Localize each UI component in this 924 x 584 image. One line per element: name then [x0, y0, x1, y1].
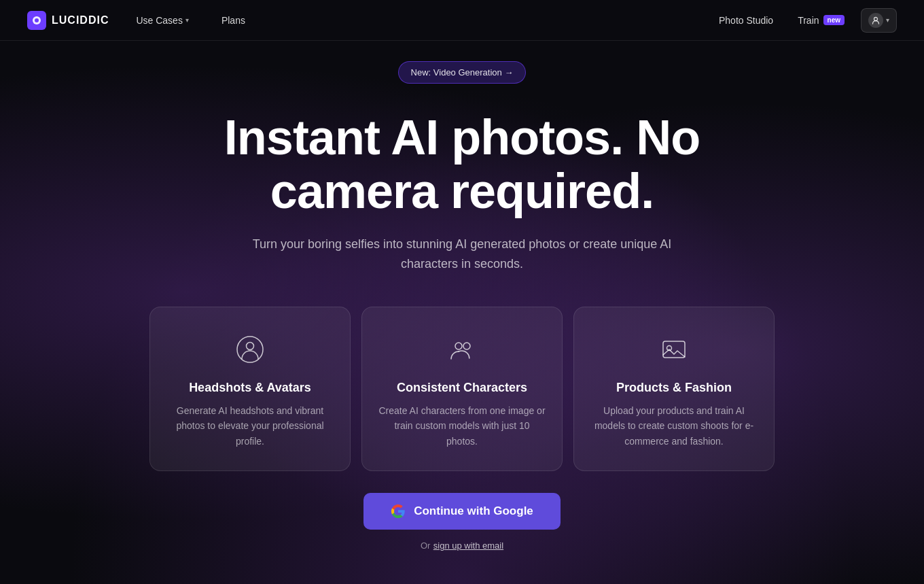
- nav-left: LUCIDDIC Use Cases ▾ Plans: [27, 11, 251, 30]
- logo-text: LUCIDDIC: [52, 14, 109, 27]
- headshots-icon: [232, 332, 268, 367]
- video-generation-banner[interactable]: New: Video Generation →: [398, 61, 527, 84]
- google-button-label: Continue with Google: [414, 504, 533, 518]
- feature-cards: Headshots & Avatars Generate AI headshot…: [149, 307, 775, 471]
- svg-point-4: [247, 342, 254, 349]
- svg-point-5: [455, 343, 462, 349]
- svg-point-2: [874, 17, 878, 20]
- hero-title: Instant AI photos. No camera required.: [156, 111, 768, 218]
- or-text: Or: [421, 540, 430, 551]
- characters-desc: Create AI characters from one image or t…: [378, 403, 546, 449]
- products-icon: [656, 332, 692, 367]
- products-title: Products & Fashion: [616, 381, 732, 395]
- logo-icon: [27, 11, 46, 30]
- svg-point-6: [463, 343, 470, 349]
- svg-point-1: [35, 18, 39, 22]
- photo-studio-nav[interactable]: Photo Studio: [711, 11, 781, 30]
- continue-with-google-button[interactable]: Continue with Google: [363, 493, 561, 530]
- characters-icon: [444, 332, 480, 367]
- headshots-card: Headshots & Avatars Generate AI headshot…: [149, 307, 351, 471]
- signup-email-link[interactable]: sign up with email: [433, 540, 503, 551]
- nav-right: Photo Studio Train new ▾: [711, 8, 897, 33]
- products-card: Products & Fashion Upload your products …: [573, 307, 775, 471]
- chevron-down-icon: ▾: [185, 16, 189, 24]
- plans-nav[interactable]: Plans: [216, 12, 251, 29]
- train-nav[interactable]: Train new: [789, 11, 853, 30]
- characters-title: Consistent Characters: [397, 381, 527, 395]
- main-content: New: Video Generation → Instant AI photo…: [0, 41, 924, 551]
- hero-subtitle: Turn your boring selfies into stunning A…: [251, 235, 673, 274]
- new-badge: new: [823, 15, 845, 25]
- train-label: Train: [798, 15, 819, 26]
- google-icon: [391, 504, 406, 519]
- use-cases-label: Use Cases: [136, 15, 182, 26]
- characters-card: Consistent Characters Create AI characte…: [361, 307, 563, 471]
- user-chevron-icon: ▾: [886, 16, 889, 24]
- user-avatar-icon: [868, 13, 883, 28]
- user-menu-button[interactable]: ▾: [861, 8, 897, 33]
- cta-section: Continue with Google Or sign up with ema…: [363, 493, 561, 551]
- svg-rect-7: [663, 341, 685, 358]
- logo[interactable]: LUCIDDIC: [27, 11, 109, 30]
- headshots-desc: Generate AI headshots and vibrant photos…: [166, 403, 334, 449]
- headshots-title: Headshots & Avatars: [189, 381, 311, 395]
- navbar: LUCIDDIC Use Cases ▾ Plans Photo Studio …: [0, 0, 924, 41]
- or-divider: Or sign up with email: [421, 539, 503, 551]
- use-cases-nav[interactable]: Use Cases ▾: [130, 12, 194, 29]
- video-banner-label: New: Video Generation →: [411, 67, 514, 78]
- plans-label: Plans: [221, 15, 245, 26]
- products-desc: Upload your products and train AI models…: [590, 403, 758, 449]
